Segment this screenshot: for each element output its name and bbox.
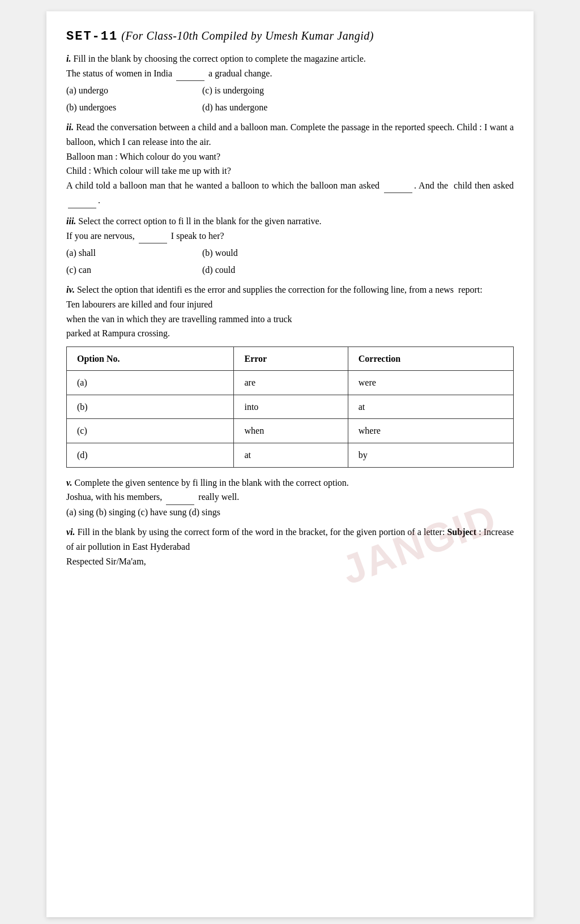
row-c-correction: where xyxy=(348,419,513,443)
q1-text: Fill in the blank by choosing the correc… xyxy=(73,54,365,63)
col-header-option: Option No. xyxy=(67,346,234,371)
q2-balloon: Balloon man : Which colour do you want? xyxy=(66,152,220,161)
q6-closing: Respected Sir/Ma'am, xyxy=(66,557,146,566)
q3-option-b: (b) would xyxy=(202,246,315,260)
q1-option-d: (d) has undergone xyxy=(202,100,315,115)
q1-num: i. xyxy=(66,54,71,63)
q3-options-row2: (c) can (d) could xyxy=(66,263,514,277)
q3-text: Select the correct option to fi ll in th… xyxy=(78,216,321,226)
col-header-error: Error xyxy=(234,346,348,371)
q3-option-d: (d) could xyxy=(202,263,315,277)
q6-num: vi. xyxy=(66,527,75,537)
row-d-option: (d) xyxy=(67,443,234,468)
row-a-error: are xyxy=(234,371,348,395)
page: JANGID SET-11 (For Class-10th Compiled b… xyxy=(46,11,534,917)
q1-option-c: (c) is undergoing xyxy=(202,83,315,98)
q3-options-row1: (a) shall (b) would xyxy=(66,246,514,260)
q4-line2: when the van in which they are travellin… xyxy=(66,314,292,324)
q2-text: Read the conversation between a child an… xyxy=(66,122,514,147)
question-iii: iii. Select the correct option to fi ll … xyxy=(66,214,514,277)
row-b-error: into xyxy=(234,395,348,419)
row-a-correction: were xyxy=(348,371,513,395)
q2-blank1 xyxy=(384,178,412,194)
q6-subject-label: Subject xyxy=(447,527,476,537)
q6-text: Fill in the blank by using the correct f… xyxy=(66,527,514,551)
question-v: v. Complete the given sentence by fi lli… xyxy=(66,476,514,520)
table-row: (d) at by xyxy=(67,443,514,468)
q4-table: Option No. Error Correction (a) are were… xyxy=(66,346,514,468)
table-row: (c) when where xyxy=(67,419,514,443)
question-vi: vi. Fill in the blank by using the corre… xyxy=(66,525,514,568)
q4-num: iv. xyxy=(66,285,75,294)
row-b-option: (b) xyxy=(67,395,234,419)
row-d-correction: by xyxy=(348,443,513,468)
q4-text: Select the option that identifi es the e… xyxy=(77,285,483,294)
q3-option-a: (a) shall xyxy=(66,246,180,260)
set-label: SET-11 xyxy=(66,29,118,44)
q5-options: (a) sing (b) singing (c) have sung (d) s… xyxy=(66,507,220,517)
table-row: (b) into at xyxy=(67,395,514,419)
row-c-option: (c) xyxy=(67,419,234,443)
q3-blank xyxy=(139,229,167,244)
col-header-correction: Correction xyxy=(348,346,513,371)
row-c-error: when xyxy=(234,419,348,443)
q2-num: ii. xyxy=(66,122,74,132)
question-ii: ii. Read the conversation between a chil… xyxy=(66,120,514,208)
q5-blank xyxy=(166,490,194,505)
q1-options-row2: (b) undergoes (d) has undergone xyxy=(66,100,514,115)
q2-para: A child told a balloon man that he wante… xyxy=(66,181,514,206)
q1-blank xyxy=(176,66,204,82)
q4-line3: parked at Rampura crossing. xyxy=(66,328,170,338)
row-b-correction: at xyxy=(348,395,513,419)
table-row: (a) are were xyxy=(67,371,514,395)
row-a-option: (a) xyxy=(67,371,234,395)
q1-option-b: (b) undergoes xyxy=(66,100,180,115)
q4-line1: Ten labourers are killed and four injure… xyxy=(66,300,212,309)
q1-options: (a) undergo (c) is undergoing xyxy=(66,83,514,98)
q5-num: v. xyxy=(66,478,72,487)
question-i: i. Fill in the blank by choosing the cor… xyxy=(66,52,514,114)
question-iv: iv. Select the option that identifi es t… xyxy=(66,283,514,467)
q3-num: iii. xyxy=(66,216,76,226)
q1-option-a: (a) undergo xyxy=(66,83,180,98)
page-subtitle-text: (For Class-10th Compiled by Umesh Kumar … xyxy=(121,29,374,42)
q3-option-c: (c) can xyxy=(66,263,180,277)
q2-child: Child : Which colour will take me up wit… xyxy=(66,166,231,176)
q1-sentence: The status of women in India a gradual c… xyxy=(66,69,272,78)
q5-text: Complete the given sentence by fi lling … xyxy=(75,478,349,487)
q5-sentence: Joshua, with his members, really well. xyxy=(66,492,239,502)
page-title: SET-11 (For Class-10th Compiled by Umesh… xyxy=(66,28,514,44)
row-d-error: at xyxy=(234,443,348,468)
q3-sentence: If you are nervous, I speak to her? xyxy=(66,231,224,241)
q2-blank2 xyxy=(68,193,96,208)
